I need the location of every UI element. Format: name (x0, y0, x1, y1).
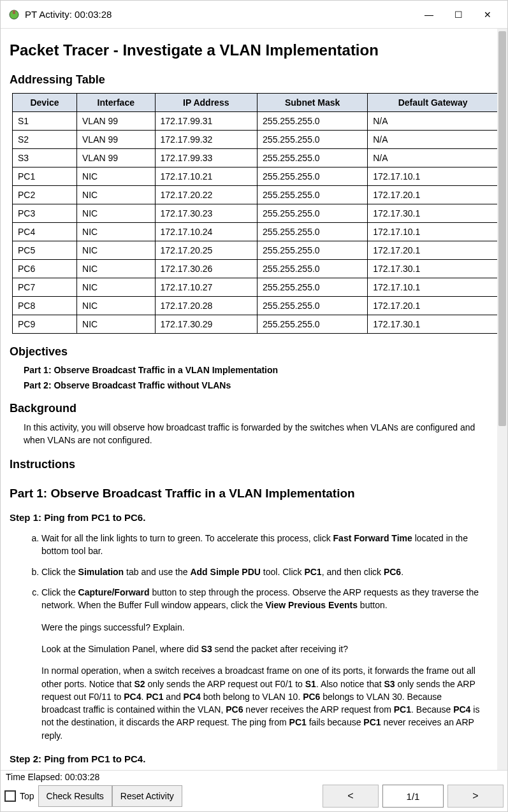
table-cell: 172.17.20.1 (368, 186, 498, 204)
instructions-heading: Instructions (10, 458, 496, 471)
close-button[interactable]: ✕ (473, 4, 502, 25)
table-row: S1VLAN 99172.17.99.31255.255.255.0N/A (13, 112, 498, 131)
background-text: In this activity, you will observe how b… (24, 422, 483, 446)
table-row: S2VLAN 99172.17.99.32255.255.255.0N/A (13, 131, 498, 149)
table-cell: 172.17.20.1 (368, 297, 498, 315)
table-row: PC4NIC172.17.10.24255.255.255.0172.17.10… (13, 223, 498, 241)
table-cell: NIC (77, 297, 156, 315)
table-cell: PC7 (13, 278, 77, 297)
svg-rect-1 (13, 10, 15, 14)
addressing-table-heading: Addressing Table (10, 73, 496, 87)
table-row: PC9NIC172.17.30.29255.255.255.0172.17.30… (13, 315, 498, 334)
table-cell: VLAN 99 (77, 112, 156, 131)
table-cell: 255.255.255.0 (258, 278, 368, 297)
table-cell: 172.17.30.26 (155, 260, 258, 278)
table-cell: S1 (13, 112, 77, 131)
table-cell: 255.255.255.0 (258, 223, 368, 241)
step1-b: Click the Simulation tab and use the Add… (41, 566, 496, 578)
table-cell: PC5 (13, 241, 77, 260)
table-cell: PC9 (13, 315, 77, 334)
table-cell: 172.17.20.22 (155, 186, 258, 204)
table-cell: N/A (368, 112, 498, 131)
table-cell: 172.17.99.33 (155, 149, 258, 167)
prev-page-button[interactable]: < (323, 785, 379, 808)
table-cell: NIC (77, 278, 156, 297)
table-cell: PC2 (13, 186, 77, 204)
table-cell: S3 (13, 149, 77, 167)
page-indicator: 1/1 (382, 785, 444, 808)
table-cell: 172.17.99.31 (155, 112, 258, 131)
titlebar: PT Activity: 00:03:28 — ☐ ✕ (1, 1, 507, 29)
table-cell: NIC (77, 315, 156, 334)
table-cell: 255.255.255.0 (258, 167, 368, 186)
table-cell: 172.17.10.1 (368, 278, 498, 297)
table-cell: NIC (77, 241, 156, 260)
table-cell: NIC (77, 260, 156, 278)
vertical-scrollbar[interactable] (497, 29, 507, 770)
table-row: PC5NIC172.17.20.25255.255.255.0172.17.20… (13, 241, 498, 260)
check-results-button[interactable]: Check Results (38, 785, 112, 807)
table-cell: 255.255.255.0 (258, 204, 368, 223)
next-page-button[interactable]: > (447, 785, 504, 808)
status-elapsed: Time Elapsed: 00:03:28 (1, 770, 507, 782)
step1-c: Click the Capture/Forward button to step… (41, 586, 496, 612)
table-row: S3VLAN 99172.17.99.33255.255.255.0N/A (13, 149, 498, 167)
table-cell: NIC (77, 186, 156, 204)
step1-q1: Were the pings successful? Explain. (41, 621, 496, 634)
table-cell: NIC (77, 223, 156, 241)
table-row: PC8NIC172.17.20.28255.255.255.0172.17.20… (13, 297, 498, 315)
objectives-heading: Objectives (10, 345, 496, 359)
table-cell: N/A (368, 149, 498, 167)
table-cell: PC8 (13, 297, 77, 315)
table-cell: 255.255.255.0 (258, 241, 368, 260)
table-row: PC6NIC172.17.30.26255.255.255.0172.17.30… (13, 260, 498, 278)
table-cell: 172.17.30.23 (155, 204, 258, 223)
table-cell: 172.17.10.27 (155, 278, 258, 297)
table-cell: S2 (13, 131, 77, 149)
step1-list: Wait for all the link lights to turn to … (10, 532, 496, 611)
table-row: PC3NIC172.17.30.23255.255.255.0172.17.30… (13, 204, 498, 223)
step1-explanation: In normal operation, when a switch recei… (41, 664, 496, 742)
table-cell: NIC (77, 204, 156, 223)
table-cell: N/A (368, 131, 498, 149)
table-cell: 255.255.255.0 (258, 112, 368, 131)
table-cell: 172.17.10.24 (155, 223, 258, 241)
table-header: Default Gateway (368, 94, 498, 112)
table-cell: 172.17.20.28 (155, 297, 258, 315)
reset-activity-button[interactable]: Reset Activity (112, 785, 182, 807)
table-cell: 172.17.20.1 (368, 241, 498, 260)
table-cell: 172.17.10.21 (155, 167, 258, 186)
window-title: PT Activity: 00:03:28 (25, 9, 112, 20)
table-cell: VLAN 99 (77, 131, 156, 149)
table-cell: 172.17.30.1 (368, 204, 498, 223)
minimize-button[interactable]: — (414, 4, 444, 25)
table-cell: 172.17.99.32 (155, 131, 258, 149)
objective-item: Part 2: Observe Broadcast Traffic withou… (24, 380, 496, 390)
top-checkbox[interactable] (4, 790, 16, 802)
step1-q2: Look at the Simulation Panel, where did … (41, 643, 496, 655)
table-header: Subnet Mask (258, 94, 368, 112)
table-row: PC2NIC172.17.20.22255.255.255.0172.17.20… (13, 186, 498, 204)
step1-heading: Step 1: Ping from PC1 to PC6. (10, 512, 496, 523)
bottom-toolbar: Top Check Results Reset Activity < 1/1 > (1, 782, 507, 811)
table-cell: 255.255.255.0 (258, 186, 368, 204)
scroll-thumb[interactable] (498, 31, 506, 426)
table-header: IP Address (155, 94, 258, 112)
table-cell: 255.255.255.0 (258, 260, 368, 278)
table-cell: 172.17.20.25 (155, 241, 258, 260)
table-cell: PC4 (13, 223, 77, 241)
step2-heading: Step 2: Ping from PC1 to PC4. (10, 753, 496, 764)
table-cell: 172.17.10.1 (368, 223, 498, 241)
addressing-table: DeviceInterfaceIP AddressSubnet MaskDefa… (12, 93, 498, 334)
table-row: PC7NIC172.17.10.27255.255.255.0172.17.10… (13, 278, 498, 297)
table-cell: 255.255.255.0 (258, 297, 368, 315)
table-cell: PC3 (13, 204, 77, 223)
objective-item: Part 1: Observe Broadcast Traffic in a V… (24, 365, 496, 375)
table-header: Device (13, 94, 77, 112)
top-label: Top (20, 791, 34, 801)
maximize-button[interactable]: ☐ (444, 4, 473, 25)
document-content: Packet Tracer - Investigate a VLAN Imple… (1, 29, 507, 770)
table-cell: VLAN 99 (77, 149, 156, 167)
table-cell: NIC (77, 167, 156, 186)
objectives-list: Part 1: Observe Broadcast Traffic in a V… (24, 365, 496, 390)
